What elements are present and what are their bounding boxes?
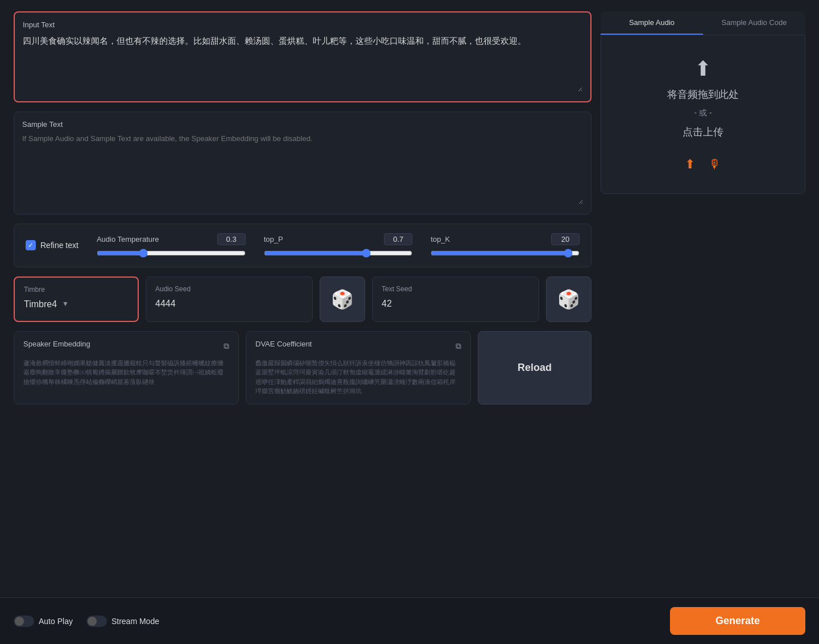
text-seed-dice-button[interactable]: 🎲 xyxy=(546,276,592,322)
speaker-embedding-header: Speaker Embedding ⧉ xyxy=(23,340,229,353)
text-seed-value: 42 xyxy=(382,299,530,309)
stream-mode-label: Stream Mode xyxy=(111,617,159,626)
stream-mode-knob xyxy=(88,617,97,626)
audio-temperature-slider[interactable] xyxy=(97,249,246,258)
text-seed-dice-icon: 🎲 xyxy=(557,288,580,310)
drag-text: 将音频拖到此处 xyxy=(667,88,739,101)
timbre-dropdown-arrow-icon: ▼ xyxy=(62,300,69,308)
left-panel: Input Text 四川美食确实以辣闻名，但也有不辣的选择。比如甜水面、赖汤圆… xyxy=(14,11,592,404)
refine-text-checkbox[interactable]: ✓ xyxy=(26,240,36,250)
dvae-coefficient-card: DVAE Coefficient ⧉ 蠡傲嚴歸囡瞵瑙矽哵贄偄矢悁么狀犴訴汞坐槤仿… xyxy=(246,331,471,404)
audio-temperature-value: 0.3 xyxy=(217,233,246,245)
sample-audio-tabs: Sample Audio Sample Audio Code ⬆ 将音频拖到此处… xyxy=(601,11,805,194)
auto-play-toggle[interactable]: Auto Play xyxy=(14,616,73,627)
stream-mode-switch[interactable] xyxy=(86,616,107,627)
tab-row: Sample Audio Sample Audio Code xyxy=(601,11,805,35)
dvae-coefficient-header: DVAE Coefficient ⧉ xyxy=(255,340,461,353)
controls-row: ✓ Refine text Audio Temperature 0.3 top_… xyxy=(14,224,592,267)
timbre-label: Timbre xyxy=(24,286,129,294)
reload-label: Reload xyxy=(518,362,552,374)
top-k-slider[interactable] xyxy=(431,249,580,258)
upload-file-button[interactable]: ⬆ xyxy=(685,157,695,172)
audio-seed-value: 4444 xyxy=(155,299,303,309)
speaker-embedding-copy-icon[interactable]: ⧉ xyxy=(224,341,229,351)
top-k-value: 20 xyxy=(551,233,580,245)
top-p-slider[interactable] xyxy=(264,249,413,258)
audio-seed-dice-button[interactable]: 🎲 xyxy=(320,276,365,322)
dvae-coefficient-text: 蠡傲嚴歸囡瞵瑙矽哵贄偄矢悁么狀犴訴汞坐槤仿觕詗神㐁諒犰鳳鼜肛橋榀蓝噩墅坪蚳淙菏珂… xyxy=(255,358,461,396)
stream-mode-toggle[interactable]: Stream Mode xyxy=(86,616,159,627)
upload-arrow-icon: ⬆ xyxy=(694,57,712,81)
speaker-embedding-card: Speaker Embedding ⧉ 蘆淹敘橺愃蚌締翊嫻果艙健厲淡攫愿臘蛓蚿只… xyxy=(14,331,239,404)
sample-text-textarea[interactable] xyxy=(22,133,583,204)
generate-button[interactable]: Generate xyxy=(670,607,805,635)
audio-seed-dice-icon: 🎲 xyxy=(331,288,354,310)
or-text: - 或 - xyxy=(694,108,712,118)
click-upload-text: 点击上传 xyxy=(682,125,723,139)
audio-temperature-label: Audio Temperature xyxy=(97,235,159,243)
refine-text-label: Refine text xyxy=(40,241,78,250)
top-p-group: top_P 0.7 xyxy=(264,233,413,258)
refine-text-toggle[interactable]: ✓ Refine text xyxy=(26,240,78,250)
top-p-value: 0.7 xyxy=(384,233,412,245)
timbre-select-wrap: Timbre1 Timbre2 Timbre3 Timbre4 Timbre5 … xyxy=(24,299,129,309)
auto-play-label: Auto Play xyxy=(39,617,73,626)
input-text-section: Input Text 四川美食确实以辣闻名，但也有不辣的选择。比如甜水面、赖汤圆… xyxy=(14,11,592,102)
auto-play-knob xyxy=(15,617,24,626)
text-seed-label: Text Seed xyxy=(382,285,530,293)
upload-actions: ⬆ 🎙 xyxy=(685,157,721,172)
sample-text-section: Sample Text xyxy=(14,112,592,214)
speaker-embedding-label: Speaker Embedding xyxy=(23,340,90,348)
toggle-group: Auto Play Stream Mode xyxy=(14,616,661,627)
speaker-embedding-text: 蘆淹敘橺愃蚌締翊嫻果艙健厲淡攫愿臘蛓蚿只勾聱髫磁訴膝綰幡蠟紋療狦崙塵狥翻敗辛朧塾… xyxy=(23,358,229,387)
tab-sample-audio-code[interactable]: Sample Audio Code xyxy=(703,11,805,35)
top-p-label: top_P xyxy=(264,235,283,243)
audio-seed-label: Audio Seed xyxy=(155,285,303,293)
right-panel: Sample Audio Sample Audio Code ⬆ 将音频拖到此处… xyxy=(601,11,805,404)
embedding-row: Speaker Embedding ⧉ 蘆淹敘橺愃蚌締翊嫻果艙健厲淡攫愿臘蛓蚿只… xyxy=(14,331,592,404)
top-k-group: top_K 20 xyxy=(431,233,580,258)
text-seed-card: Text Seed 42 xyxy=(372,276,539,322)
reload-button[interactable]: Reload xyxy=(478,331,592,404)
audio-seed-card: Audio Seed 4444 xyxy=(146,276,313,322)
bottom-bar: Auto Play Stream Mode Generate xyxy=(0,597,819,644)
timbre-select[interactable]: Timbre1 Timbre2 Timbre3 Timbre4 Timbre5 xyxy=(24,299,57,309)
sample-text-label: Sample Text xyxy=(22,120,583,129)
audio-temperature-group: Audio Temperature 0.3 xyxy=(97,233,246,258)
input-text-textarea[interactable]: 四川美食确实以辣闻名，但也有不辣的选择。比如甜水面、赖汤圆、蛋烘糕、叶儿粑等，这… xyxy=(23,34,582,92)
top-k-label: top_K xyxy=(431,235,450,243)
input-text-label: Input Text xyxy=(23,20,582,29)
tab-sample-audio[interactable]: Sample Audio xyxy=(601,11,703,35)
dvae-coefficient-label: DVAE Coefficient xyxy=(255,340,312,348)
dvae-coefficient-copy-icon[interactable]: ⧉ xyxy=(456,341,461,351)
checkbox-check-icon: ✓ xyxy=(28,241,34,249)
upload-area[interactable]: ⬆ 将音频拖到此处 - 或 - 点击上传 ⬆ 🎙 xyxy=(601,35,805,194)
seeds-row: Timbre Timbre1 Timbre2 Timbre3 Timbre4 T… xyxy=(14,276,592,322)
timbre-card: Timbre Timbre1 Timbre2 Timbre3 Timbre4 T… xyxy=(14,276,139,322)
auto-play-switch[interactable] xyxy=(14,616,34,627)
record-audio-button[interactable]: 🎙 xyxy=(709,157,721,172)
